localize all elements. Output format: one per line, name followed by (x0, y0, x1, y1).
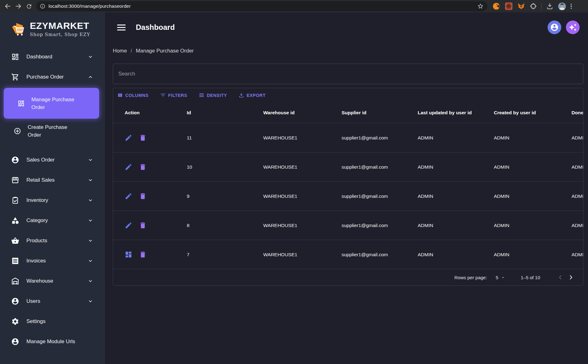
extensions-puzzle-icon[interactable] (530, 2, 537, 10)
table-row[interactable]: 11 WAREHOUSE1 supplier1@gmail.com ADMIN … (113, 123, 583, 152)
column-header-warehouse-id[interactable]: Warehouse id (263, 110, 342, 116)
sidebar-item-sales-order[interactable]: Sales Order (0, 150, 104, 170)
action-cell (125, 251, 187, 259)
done-cell: ADMIN (572, 135, 583, 141)
supplier-id-cell: supplier1@gmail.com (342, 223, 418, 228)
account-button[interactable] (548, 20, 561, 34)
id-cell: 9 (187, 193, 263, 199)
back-icon[interactable] (2, 1, 13, 11)
downloads-icon[interactable] (546, 2, 554, 10)
done-cell: ADMIN (572, 164, 583, 170)
density-button[interactable]: DENSITY (197, 91, 229, 99)
warehouse-id-cell: WAREHOUSE1 (263, 164, 342, 170)
delete-icon-button[interactable] (139, 192, 147, 200)
grid-view-icon (125, 251, 132, 258)
table-row[interactable]: 10 WAREHOUSE1 supplier1@gmail.com ADMIN … (113, 152, 583, 181)
warehouse-id-cell: WAREHOUSE1 (263, 252, 342, 257)
sidebar-item-settings[interactable]: Settings (0, 311, 104, 331)
edit-icon-button[interactable] (125, 163, 133, 171)
filters-button[interactable]: FILTERS (158, 91, 189, 99)
sidebar-item-manage-module-urls[interactable]: Manage Module Urls (0, 331, 104, 352)
chevron-down-icon (88, 218, 93, 223)
sidebar-item-inventory[interactable]: Inventory (0, 190, 104, 210)
info-icon[interactable] (40, 3, 45, 9)
sidebar-item-warehouse[interactable]: Warehouse (0, 271, 104, 291)
done-cell: ADMIN (572, 223, 583, 228)
sidebar-item-invoices[interactable]: Invoices (0, 251, 104, 271)
filter-icon (160, 92, 166, 98)
sidebar-item-label: Retail Sales (26, 177, 88, 183)
bookmark-star-icon[interactable] (477, 3, 484, 9)
profile-avatar[interactable] (558, 2, 566, 11)
last-updated-by-cell: ADMIN (418, 223, 494, 228)
column-header-supplier-id[interactable]: Supplier id (342, 110, 418, 116)
extension-pacman-icon[interactable] (492, 2, 500, 10)
table-row[interactable]: 8 WAREHOUSE1 supplier1@gmail.com ADMIN A… (113, 211, 583, 240)
forward-icon[interactable] (13, 1, 24, 11)
sidebar-item-label: Users (26, 298, 88, 304)
column-header-action[interactable]: Action (125, 110, 187, 116)
breadcrumb-current: Manage Purchase Order (136, 48, 194, 54)
sparkle-button[interactable] (566, 20, 580, 34)
url-bar[interactable]: localhost:3000/manage/purchaseorder (36, 1, 487, 11)
sidebar-item-label: Category (26, 217, 88, 224)
delete-icon-button[interactable] (139, 134, 147, 142)
edit-icon-button[interactable] (125, 221, 133, 230)
delete-icon-button[interactable] (139, 163, 147, 171)
column-header-created-by-user-id[interactable]: Created by user id (494, 110, 572, 116)
table-row[interactable]: 7 WAREHOUSE1 supplier1@gmail.com ADMIN A… (113, 240, 583, 269)
created-by-cell: ADMIN (494, 252, 572, 257)
trash-icon (139, 163, 147, 171)
id-cell: 10 (187, 164, 263, 170)
refresh-icon[interactable] (24, 1, 34, 11)
chevron-down-icon (88, 54, 93, 59)
edit-icon-button[interactable] (125, 134, 133, 142)
column-header-id[interactable]: Id (187, 110, 263, 116)
select-arrow-icon (501, 275, 505, 280)
previous-page-button[interactable] (555, 274, 566, 281)
last-updated-by-cell: ADMIN (418, 135, 494, 141)
extension-metamask-icon[interactable] (517, 2, 525, 10)
delete-icon-button[interactable] (139, 251, 147, 259)
edit-icon-button[interactable] (125, 192, 133, 200)
next-page-button[interactable] (566, 274, 576, 281)
dashboard-icon (11, 53, 19, 61)
sidebar-item-products[interactable]: Products (0, 230, 104, 251)
chevron-down-icon (88, 178, 93, 183)
browser-menu-dots-icon[interactable] (568, 4, 574, 9)
sidebar-item-label: Dashboard (26, 54, 88, 60)
sidebar-item-create-purchase-order[interactable]: Create Purchase Order (0, 119, 104, 143)
view-icon-button[interactable] (125, 251, 133, 259)
id-cell: 8 (187, 223, 263, 228)
table-header-row: Action Id Warehouse id Supplier id Last … (113, 102, 583, 123)
rows-per-page-label: Rows per page: (454, 275, 487, 280)
created-by-cell: ADMIN (494, 223, 572, 228)
export-button[interactable]: EXPORT (237, 91, 267, 99)
sidebar-item-category[interactable]: Category (0, 210, 104, 230)
id-cell: 7 (187, 252, 263, 257)
delete-icon-button[interactable] (139, 221, 147, 230)
column-header-done[interactable]: Done (572, 110, 583, 116)
sidebar-item-manage-purchase-order[interactable]: Manage Purchase Order (4, 88, 99, 119)
trash-icon (139, 134, 147, 142)
hamburger-menu-icon[interactable] (117, 25, 126, 30)
sidebar-item-users[interactable]: Users (0, 291, 104, 311)
supplier-id-cell: supplier1@gmail.com (342, 135, 418, 141)
table-row[interactable]: 9 WAREHOUSE1 supplier1@gmail.com ADMIN A… (113, 181, 583, 211)
done-cell: ADMIN (572, 193, 583, 199)
search-input[interactable] (113, 71, 583, 77)
breadcrumb-home-link[interactable]: Home (113, 48, 127, 54)
export-download-icon (238, 92, 244, 98)
action-cell (125, 134, 187, 142)
sidebar-item-retail-sales[interactable]: Retail Sales (0, 170, 104, 190)
sidebar-item-dashboard[interactable]: Dashboard (0, 47, 104, 67)
chevron-down-icon (88, 299, 93, 304)
trash-icon (139, 192, 147, 200)
columns-button[interactable]: COLUMNS (115, 91, 150, 99)
rows-per-page-select[interactable]: 5 (496, 275, 505, 280)
column-header-last-updated-by-user-id[interactable]: Last updated by user id (418, 110, 494, 116)
extension-react-devtools-icon[interactable] (505, 2, 513, 10)
sidebar-item-purchase-order[interactable]: Purchase Order (0, 67, 104, 87)
browser-toolbar: localhost:3000/manage/purchaseorder (0, 0, 588, 12)
url-text[interactable]: localhost:3000/manage/purchaseorder (48, 3, 477, 9)
